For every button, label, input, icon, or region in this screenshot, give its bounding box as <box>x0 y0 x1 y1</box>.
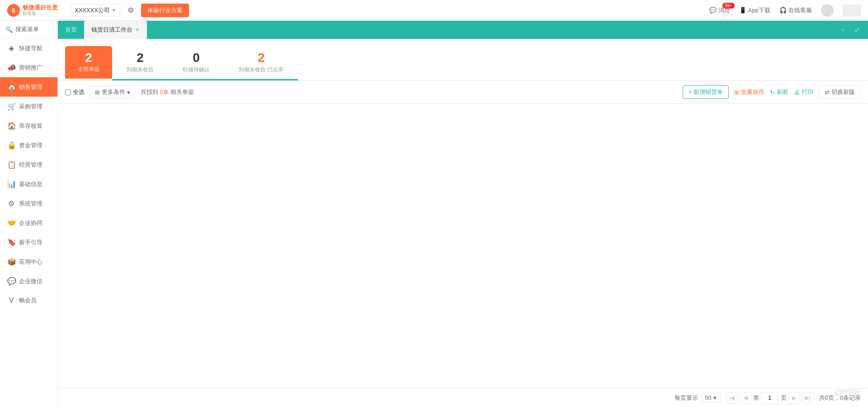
refresh-label: 刷新 <box>777 88 788 96</box>
online-service-action[interactable]: 🎧 在线客服 <box>779 6 812 14</box>
sidebar-label-guide: 新手引导 <box>19 239 42 247</box>
company-selector[interactable]: XXXXXX公司 ▼ <box>71 4 120 17</box>
app-icon: 📱 <box>739 7 746 14</box>
stats-section: 2 全部单据 2 到期未收款 0 旺辅待确认 2 到期未收款 已出库 <box>58 39 868 81</box>
print-label: 打印 <box>802 88 813 96</box>
sidebar-item-member[interactable]: V 畅会员 <box>0 291 57 310</box>
page-first-button[interactable]: |◀ <box>726 392 738 404</box>
content-area: 2 全部单据 2 到期未收款 0 旺辅待确认 2 到期未收款 已出库 <box>58 39 868 407</box>
wechat-icon: 💬 <box>7 277 15 285</box>
sidebar-item-system[interactable]: ⚙ 系统管理 <box>0 194 57 213</box>
sidebar-item-basic[interactable]: 📊 基础信息 <box>0 174 57 194</box>
stat-num-all: 2 <box>78 51 99 64</box>
found-text: 共找到 0条 相关单据 <box>141 88 194 96</box>
switch-label: 切换新版 <box>831 88 855 96</box>
tab-workbench[interactable]: 钱货日清工作台 ✕ <box>84 21 147 39</box>
filter-icon: ⊞ <box>95 89 100 96</box>
stat-card-all[interactable]: 2 全部单据 <box>65 46 112 80</box>
sidebar-label-operations: 经营管理 <box>19 161 42 169</box>
select-all-label: 全选 <box>73 88 85 96</box>
main-content: 首页 钱货日清工作台 ✕ － ⤢ 2 全部单据 <box>58 21 868 407</box>
stat-label-wangwang: 旺辅待确认 <box>183 66 210 74</box>
page-size-select: 每页显示 50 ▾ <box>675 393 720 402</box>
sidebar-item-sales[interactable]: 🏠 销售管理 <box>0 77 57 97</box>
filter-arrow-icon: ▾ <box>127 89 130 96</box>
page-suffix: 页 <box>781 394 787 402</box>
logo-area: 6 畅捷通好生意 标准版 <box>7 4 58 17</box>
tab-home[interactable]: 首页 <box>58 21 84 39</box>
sidebar-label-purchase: 采购管理 <box>19 103 42 111</box>
tab-workbench-label: 钱货日清工作台 <box>91 26 132 34</box>
batch-button[interactable]: ⊞ 批量操作 <box>734 88 764 96</box>
finance-icon: 🔒 <box>7 141 15 150</box>
tab-close-icon[interactable]: ✕ <box>135 27 140 33</box>
logo-subtitle: 标准版 <box>23 11 58 16</box>
filter-button[interactable]: ⊞ 更多条件 ▾ <box>90 86 135 98</box>
stat-card-wangwang[interactable]: 0 旺辅待确认 <box>168 46 224 80</box>
headset-icon: 🎧 <box>779 7 787 14</box>
print-button[interactable]: 🖨 打印 <box>794 88 813 96</box>
settings-icon[interactable]: ⚙ <box>124 4 137 17</box>
avatar[interactable] <box>821 4 834 17</box>
sidebar-item-marketing[interactable]: 📣 营销推广 <box>0 58 57 77</box>
purchase-icon: 🛒 <box>7 102 15 111</box>
message-action[interactable]: 💬 消息 99+ <box>709 6 730 14</box>
company-arrow-icon: ▼ <box>112 8 116 13</box>
sidebar-item-purchase[interactable]: 🛒 采购管理 <box>0 97 57 116</box>
select-all-input[interactable] <box>65 89 71 95</box>
tab-bar-actions: － ⤢ <box>837 24 868 35</box>
page-prev-button[interactable]: ◀ <box>740 392 751 404</box>
sidebar-item-guide[interactable]: 🔖 新手引导 <box>0 233 57 252</box>
stat-label-all: 全部单据 <box>78 65 99 73</box>
trial-button[interactable]: 体验行业方案 <box>141 4 189 17</box>
user-name-area[interactable] <box>843 5 861 16</box>
sidebar-label-apps: 应用中心 <box>19 258 42 266</box>
sidebar-item-quick-nav[interactable]: ◈ 快捷导航 <box>0 38 57 58</box>
sidebar-item-apps[interactable]: 📦 应用中心 <box>0 252 57 271</box>
select-all-checkbox[interactable]: 全选 <box>65 88 85 96</box>
refresh-button[interactable]: ↻ 刷新 <box>770 88 788 96</box>
tab-minimize-icon[interactable]: － <box>837 24 848 35</box>
sidebar-item-cooperation[interactable]: 🤝 企业协同 <box>0 213 57 233</box>
sidebar-item-inventory[interactable]: 🏠 库存核算 <box>0 116 57 136</box>
sidebar-label-system: 系统管理 <box>19 200 42 208</box>
tab-maximize-icon[interactable]: ⤢ <box>852 24 863 35</box>
page-size-selector[interactable]: 50 ▾ <box>701 393 720 402</box>
page-last-button[interactable]: ▶| <box>802 392 814 404</box>
sidebar-search[interactable]: 🔍 搜索菜单 <box>0 21 57 38</box>
company-name: XXXXXX公司 <box>75 6 110 14</box>
header-left: 6 畅捷通好生意 标准版 XXXXXX公司 ▼ ⚙ 体验行业方案 <box>7 4 189 17</box>
tab-bar: 首页 钱货日清工作台 ✕ － ⤢ <box>58 21 868 39</box>
sidebar-item-wechat[interactable]: 💬 企业微信 <box>0 271 57 291</box>
stat-card-overdue-shipped[interactable]: 2 到期未收款 已出库 <box>224 46 298 80</box>
stats-cards: 2 全部单据 2 到期未收款 0 旺辅待确认 2 到期未收款 已出库 <box>65 46 861 80</box>
sidebar-label-quick-nav: 快捷导航 <box>19 44 42 52</box>
pagination: |◀ ◀ 第 页 ▶ ▶| <box>726 392 814 404</box>
sidebar-label-basic: 基础信息 <box>19 180 42 188</box>
refresh-icon: ↻ <box>770 89 775 96</box>
stat-num-wangwang: 0 <box>183 51 210 64</box>
sidebar-label-marketing: 营销推广 <box>19 64 42 72</box>
batch-label: 批量操作 <box>741 88 764 96</box>
basic-icon: 📊 <box>7 180 15 188</box>
guide-icon: 🔖 <box>7 238 15 247</box>
app-download-action[interactable]: 📱 App下载 <box>739 6 770 14</box>
sidebar-item-operations[interactable]: 📋 经营管理 <box>0 155 57 174</box>
member-icon: V <box>7 296 15 304</box>
operations-icon: 📋 <box>7 160 15 169</box>
sidebar-label-wechat: 企业微信 <box>19 277 42 285</box>
total-text: 共0页，0条记录 <box>819 394 861 402</box>
page-number-input[interactable] <box>761 392 779 404</box>
stat-card-overdue-unpaid[interactable]: 2 到期未收款 <box>112 46 168 80</box>
add-sale-button[interactable]: + 新增销货单 <box>683 85 729 99</box>
sidebar-item-finance[interactable]: 🔒 资金管理 <box>0 136 57 155</box>
logo-title: 畅捷通好生意 <box>23 4 58 11</box>
print-icon: 🖨 <box>794 89 800 96</box>
found-prefix: 共找到 <box>141 89 158 95</box>
found-suffix: 相关单据 <box>170 89 194 95</box>
page-next-button[interactable]: ▶ <box>788 392 800 404</box>
switch-version-button[interactable]: ⇄ 切换新版 <box>819 85 861 99</box>
header-right: 💬 消息 99+ 📱 App下载 🎧 在线客服 <box>709 4 861 17</box>
page-label: 第 <box>753 394 759 402</box>
sales-icon: 🏠 <box>7 83 15 91</box>
